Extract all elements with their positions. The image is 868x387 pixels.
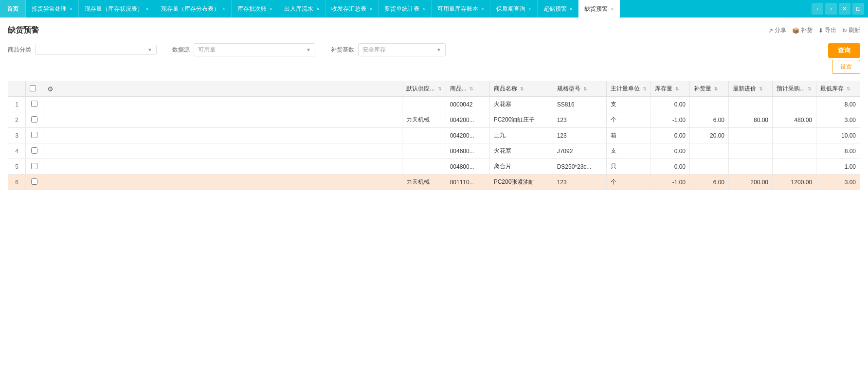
sort-arrows-icon: ⇅ xyxy=(583,87,587,91)
settings-button[interactable]: 设置 xyxy=(832,60,860,74)
row-estimated-purchase xyxy=(773,128,816,143)
row-min-stock: 8.00 xyxy=(816,97,860,112)
tab-inventory-dist[interactable]: 现存量（库存分布表） × xyxy=(155,0,232,18)
col-header-min-stock[interactable]: 最低库存 ⇅ xyxy=(816,81,860,97)
row-name: PC200张紧油缸 xyxy=(489,175,553,190)
replenish-base-value: 安全库存 xyxy=(362,46,386,54)
chevron-down-icon: ▼ xyxy=(147,47,152,53)
refresh-label: 刷新 xyxy=(849,26,860,35)
row-settings-cell[interactable] xyxy=(43,128,402,143)
row-unit: 个 xyxy=(606,112,651,128)
table-row: 2 力天机械 004200... PC200油缸庄子 123 个 -1.00 6… xyxy=(8,112,860,128)
tab-label: 收发存汇总表 xyxy=(331,5,366,13)
close-icon[interactable]: × xyxy=(70,6,72,12)
tab-receive-summary[interactable]: 收发存汇总表 × xyxy=(326,0,379,18)
tab-home[interactable]: 首页 xyxy=(0,0,26,18)
datasource-select[interactable]: 可用量 ▼ xyxy=(194,43,315,56)
nav-restore-button[interactable]: ⊡ xyxy=(852,3,864,15)
col-header-spec[interactable]: 规格型号 ⇅ xyxy=(553,81,606,97)
tab-inout-flow[interactable]: 出入库流水 × xyxy=(278,0,326,18)
query-button[interactable]: 查询 xyxy=(828,43,860,58)
category-select[interactable]: ▼ xyxy=(35,45,157,55)
tab-defect-processing[interactable]: 拣货异常处理 × xyxy=(26,0,79,18)
close-icon[interactable]: × xyxy=(611,6,614,12)
tab-overstock[interactable]: 超储预警 × xyxy=(538,0,579,18)
row-code: 004600... xyxy=(446,143,489,159)
share-button[interactable]: ↗ 分享 xyxy=(768,26,786,35)
row-checkbox[interactable] xyxy=(31,178,37,185)
row-settings-cell[interactable] xyxy=(43,175,402,190)
row-latest-price: 80.00 xyxy=(729,112,773,128)
tab-label: 拣货异常处理 xyxy=(32,5,67,13)
row-checkbox[interactable] xyxy=(31,101,37,107)
row-min-stock: 3.00 xyxy=(816,175,860,190)
row-checkbox[interactable] xyxy=(31,163,37,169)
row-code: 0000042 xyxy=(446,97,489,112)
row-checkbox[interactable] xyxy=(31,116,37,123)
tab-batch-account[interactable]: 库存批次账 × xyxy=(232,0,279,18)
col-header-checkbox xyxy=(26,81,43,97)
col-price-label: 最新进价 xyxy=(733,85,756,92)
col-header-settings[interactable]: ⚙ xyxy=(43,81,402,97)
table-header-row: ⚙ 默认供应... ⇅ 商品... ⇅ 商品名称 ⇅ 规格型号 ⇅ xyxy=(8,81,860,97)
datasource-filter-group: 数据源 可用量 ▼ xyxy=(172,43,315,56)
col-header-stock[interactable]: 库存量 ⇅ xyxy=(651,81,690,97)
tab-home-label: 首页 xyxy=(7,5,18,13)
refresh-button[interactable]: ↻ 刷新 xyxy=(842,26,860,35)
row-supplier xyxy=(402,97,446,112)
export-button[interactable]: ⬇ 导出 xyxy=(818,26,836,35)
row-settings-cell[interactable] xyxy=(43,97,402,112)
row-checkbox[interactable] xyxy=(31,132,37,138)
nav-next-button[interactable]: › xyxy=(825,3,837,15)
close-icon[interactable]: × xyxy=(481,6,484,12)
col-header-latest-price[interactable]: 最新进价 ⇅ xyxy=(729,81,773,97)
select-all-checkbox[interactable] xyxy=(30,85,36,91)
row-settings-cell[interactable] xyxy=(43,143,402,159)
tab-expiry-query[interactable]: 保质期查询 × xyxy=(490,0,538,18)
tab-label: 超储预警 xyxy=(543,5,567,13)
row-unit: 个 xyxy=(606,175,651,190)
tab-order-stats[interactable]: 要货单统计表 × xyxy=(379,0,432,18)
row-settings-cell[interactable] xyxy=(43,159,402,175)
close-icon[interactable]: × xyxy=(528,6,531,12)
table-row: 1 0000042 火花塞 SS816 支 0.00 8.00 xyxy=(8,97,860,112)
col-header-name[interactable]: 商品名称 ⇅ xyxy=(489,81,553,97)
close-icon[interactable]: × xyxy=(570,6,573,12)
row-checkbox[interactable] xyxy=(31,147,37,154)
close-icon[interactable]: × xyxy=(316,6,319,12)
col-header-replenish[interactable]: 补货量 ⇅ xyxy=(690,81,729,97)
export-label: 导出 xyxy=(825,26,836,35)
replenish-base-select[interactable]: 安全库存 ▼ xyxy=(358,43,446,56)
tab-shortage[interactable]: 缺货预警 × xyxy=(579,0,620,18)
row-replenish xyxy=(690,159,729,175)
col-header-code[interactable]: 商品... ⇅ xyxy=(446,81,489,97)
row-replenish xyxy=(690,143,729,159)
nav-prev-button[interactable]: ‹ xyxy=(812,3,823,15)
row-settings-cell[interactable] xyxy=(43,112,402,128)
nav-close-button[interactable]: ✕ xyxy=(839,3,850,15)
tab-label: 现存量（库存状况表） xyxy=(85,5,143,13)
sort-arrows-icon: ⇅ xyxy=(643,87,647,91)
tab-inventory-status[interactable]: 现存量（库存状况表） × xyxy=(79,0,155,18)
row-index: 1 xyxy=(8,97,26,112)
row-latest-price xyxy=(729,159,773,175)
tab-label: 要货单统计表 xyxy=(384,5,419,13)
row-index: 4 xyxy=(8,143,26,159)
col-estimated-label: 预计采购... xyxy=(777,85,805,92)
row-stock: 0.00 xyxy=(651,97,690,112)
close-icon[interactable]: × xyxy=(369,6,372,12)
replenish-button[interactable]: 📦 补货 xyxy=(792,26,813,35)
close-icon[interactable]: × xyxy=(422,6,425,12)
row-latest-price xyxy=(729,143,773,159)
col-header-supplier[interactable]: 默认供应... ⇅ xyxy=(402,81,446,97)
close-icon[interactable]: × xyxy=(146,6,149,12)
col-header-unit[interactable]: 主计量单位 ⇅ xyxy=(606,81,651,97)
col-header-estimated[interactable]: 预计采购... ⇅ xyxy=(773,81,816,97)
close-icon[interactable]: × xyxy=(222,6,225,12)
col-minstock-label: 最低库存 xyxy=(820,85,844,92)
tab-label: 缺货预警 xyxy=(584,5,608,13)
col-replenish-label: 补货量 xyxy=(694,85,711,92)
tab-available-ledger[interactable]: 可用量库存账本 × xyxy=(432,0,490,18)
row-stock: 0.00 xyxy=(651,159,690,175)
close-icon[interactable]: × xyxy=(270,6,272,12)
